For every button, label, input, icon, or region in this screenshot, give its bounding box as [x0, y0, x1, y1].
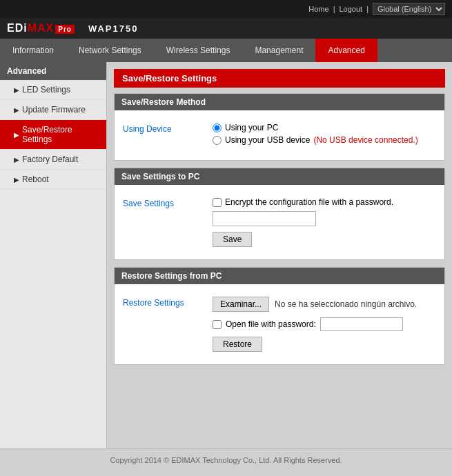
- sidebar-label-reboot: Reboot: [22, 175, 49, 184]
- nav-item-network[interactable]: Network Settings: [66, 39, 154, 62]
- encrypt-row: Encrypt the configuration file with a pa…: [213, 197, 436, 207]
- logo-imax: MAX: [28, 22, 55, 34]
- top-bar: Home | Logout | Global (English): [0, 0, 452, 18]
- save-section: Save Settings to PC Save Settings Encryp…: [114, 168, 445, 260]
- arrow-icon: ▶: [14, 131, 19, 139]
- file-row: Examinar... No se ha seleccionado ningún…: [213, 297, 436, 312]
- restore-settings-label: Restore Settings: [123, 297, 213, 308]
- using-device-row: Using Device Using your PC Using your US…: [123, 119, 436, 152]
- open-file-password[interactable]: [320, 317, 403, 331]
- nav-item-management[interactable]: Management: [242, 39, 315, 62]
- arrow-icon: ▶: [14, 156, 19, 163]
- sidebar-item-reboot[interactable]: ▶ Reboot: [0, 170, 106, 190]
- sidebar-title: Advanced: [0, 62, 106, 80]
- page-title: Save/Restore Settings: [114, 69, 445, 88]
- open-file-label: Open file with password:: [226, 319, 316, 329]
- radio-using-pc[interactable]: [213, 123, 222, 132]
- logout-link[interactable]: Logout: [339, 5, 362, 13]
- save-header: Save Settings to PC: [115, 168, 444, 185]
- save-settings-row: Save Settings Encrypt the configuration …: [123, 193, 436, 251]
- restore-header: Restore Settings from PC: [115, 268, 444, 284]
- save-body: Save Settings Encrypt the configuration …: [115, 185, 444, 259]
- restore-body: Restore Settings Examinar... No se ha se…: [115, 284, 444, 364]
- password-input[interactable]: [213, 211, 316, 226]
- save-button[interactable]: Save: [213, 232, 252, 247]
- device-options: Using your PC Using your USB device (No …: [213, 123, 436, 148]
- nav-item-information[interactable]: Information: [0, 39, 66, 62]
- method-section: Save/Restore Method Using Device Using y…: [114, 93, 445, 161]
- footer-text: Copyright 2014 © EDIMAX Technology Co., …: [110, 456, 342, 464]
- radio-using-usb[interactable]: [213, 136, 222, 145]
- sep2: |: [366, 5, 369, 13]
- sidebar-label-factory: Factory Default: [22, 155, 78, 164]
- footer: Copyright 2014 © EDIMAX Technology Co., …: [0, 448, 452, 471]
- sidebar-item-led[interactable]: ▶ LED Settings: [0, 80, 106, 100]
- sidebar-item-firmware[interactable]: ▶ Update Firmware: [0, 100, 106, 120]
- radio-pc-row: Using your PC: [213, 123, 436, 132]
- sidebar-item-factory[interactable]: ▶ Factory Default: [0, 150, 106, 170]
- sidebar: Advanced ▶ LED Settings ▶ Update Firmwar…: [0, 62, 107, 448]
- using-device-label: Using Device: [123, 123, 213, 134]
- device-name: WAP1750: [88, 23, 139, 34]
- nav-item-wireless[interactable]: Wireless Settings: [154, 39, 243, 62]
- nav-item-advanced[interactable]: Advanced: [315, 39, 377, 62]
- sep1: |: [333, 5, 335, 13]
- restore-section: Restore Settings from PC Restore Setting…: [114, 267, 445, 365]
- save-content: Encrypt the configuration file with a pa…: [213, 197, 436, 247]
- arrow-icon: ▶: [14, 86, 19, 94]
- save-settings-label: Save Settings: [123, 197, 213, 208]
- logo-pro: Pro: [55, 25, 75, 34]
- logo-bar: EDiMAXPro WAP1750: [0, 18, 452, 39]
- sidebar-label-led: LED Settings: [22, 85, 70, 95]
- arrow-icon: ▶: [14, 176, 19, 184]
- logo-edi: EDi: [7, 22, 28, 34]
- logo: EDiMAXPro: [7, 22, 75, 34]
- encrypt-label: Encrypt the configuration file with a pa…: [225, 197, 393, 207]
- no-file-label: No se ha seleccionado ningún archivo.: [275, 299, 417, 309]
- radio-pc-label: Using your PC: [225, 123, 278, 132]
- main-layout: Advanced ▶ LED Settings ▶ Update Firmwar…: [0, 62, 452, 448]
- radio-usb-label: Using your USB device: [225, 135, 310, 145]
- method-header: Save/Restore Method: [115, 94, 444, 110]
- nav-bar: Information Network Settings Wireless Se…: [0, 39, 452, 62]
- arrow-icon: ▶: [14, 106, 19, 114]
- method-body: Using Device Using your PC Using your US…: [115, 110, 444, 160]
- sidebar-item-saverestore[interactable]: ▶ Save/Restore Settings: [0, 120, 106, 150]
- sidebar-label-saverestore: Save/Restore Settings: [22, 125, 99, 144]
- content-area: Save/Restore Settings Save/Restore Metho…: [107, 62, 452, 448]
- encrypt-checkbox[interactable]: [213, 198, 222, 207]
- no-usb-text: (No USB device connected.): [313, 135, 417, 145]
- open-file-row: Open file with password:: [213, 317, 436, 331]
- browse-button[interactable]: Examinar...: [213, 297, 269, 312]
- restore-settings-row: Restore Settings Examinar... No se ha se…: [123, 292, 436, 356]
- restore-content: Examinar... No se ha seleccionado ningún…: [213, 297, 436, 352]
- open-file-checkbox[interactable]: [213, 320, 222, 329]
- home-link[interactable]: Home: [308, 5, 328, 13]
- radio-usb-row: Using your USB device (No USB device con…: [213, 135, 436, 145]
- sidebar-label-firmware: Update Firmware: [22, 105, 86, 115]
- language-select[interactable]: Global (English): [373, 3, 445, 15]
- restore-button[interactable]: Restore: [213, 337, 262, 352]
